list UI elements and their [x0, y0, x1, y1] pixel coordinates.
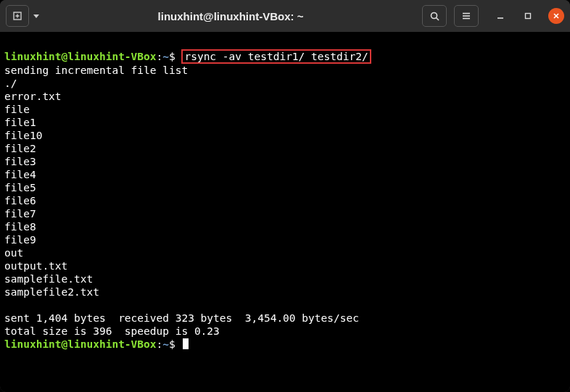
- search-icon: [429, 11, 440, 22]
- output-line: file4: [4, 169, 36, 180]
- output-line: file2: [4, 143, 36, 154]
- minimize-icon: [496, 12, 505, 20]
- hamburger-icon: [461, 11, 471, 21]
- close-button[interactable]: [548, 8, 564, 24]
- maximize-button[interactable]: [521, 9, 535, 23]
- new-tab-icon: [12, 11, 22, 21]
- titlebar: linuxhint@linuxhint-VBox: ~: [0, 0, 570, 32]
- output-line: file6: [4, 195, 36, 207]
- command-highlight: rsync -av testdir1/ testdir2/: [181, 49, 371, 64]
- output-line: output.txt: [4, 260, 67, 272]
- output-line: file7: [4, 208, 36, 220]
- prompt-line-1: linuxhint@linuxhint-VBox:~$ rsync -av te…: [4, 51, 371, 62]
- output-line: file3: [4, 156, 36, 167]
- new-tab-dropdown-icon[interactable]: [33, 14, 39, 18]
- close-icon: [553, 12, 560, 20]
- window-title: linuxhint@linuxhint-VBox: ~: [45, 10, 416, 22]
- minimize-button[interactable]: [493, 9, 508, 23]
- prompt-path: ~: [162, 51, 169, 62]
- menu-button[interactable]: [454, 5, 479, 27]
- svg-point-3: [431, 12, 437, 18]
- output-line: file5: [4, 182, 36, 193]
- prompt-path: ~: [162, 338, 169, 350]
- cursor: [183, 338, 189, 349]
- output-line: samplefile2.txt: [4, 286, 99, 298]
- prompt-colon: :: [157, 51, 163, 62]
- search-button[interactable]: [422, 5, 447, 27]
- output-line: file9: [4, 234, 36, 246]
- svg-rect-9: [526, 14, 531, 19]
- output-line: file1: [4, 117, 36, 128]
- output-line: error.txt: [4, 91, 62, 102]
- output-line: file10: [4, 130, 42, 141]
- output-line: out: [4, 247, 23, 259]
- terminal-body[interactable]: linuxhint@linuxhint-VBox:~$ rsync -av te…: [0, 32, 570, 392]
- maximize-icon: [524, 12, 532, 20]
- output-line: samplefile.txt: [4, 273, 93, 285]
- output-summary: sent 1,404 bytes received 323 bytes 3,45…: [4, 312, 359, 324]
- prompt-user: linuxhint@linuxhint-VBox: [4, 338, 157, 350]
- new-tab-button[interactable]: [6, 5, 29, 27]
- prompt-line-2: linuxhint@linuxhint-VBox:~$: [4, 338, 189, 350]
- window-controls: [493, 8, 564, 24]
- prompt-dollar: $: [169, 51, 181, 62]
- prompt-user: linuxhint@linuxhint-VBox: [4, 51, 157, 62]
- output-line: file: [4, 104, 30, 115]
- prompt-colon: :: [157, 338, 163, 350]
- terminal-window: linuxhint@linuxhint-VBox: ~: [0, 0, 570, 392]
- output-summary: total size is 396 speedup is 0.23: [4, 325, 220, 337]
- output-line: sending incremental file list: [4, 64, 188, 76]
- svg-line-4: [436, 17, 439, 20]
- titlebar-left: [6, 5, 39, 27]
- output-line: file8: [4, 221, 36, 233]
- output-line: ./: [4, 78, 17, 89]
- titlebar-right: [422, 5, 564, 27]
- prompt-dollar: $: [169, 338, 181, 350]
